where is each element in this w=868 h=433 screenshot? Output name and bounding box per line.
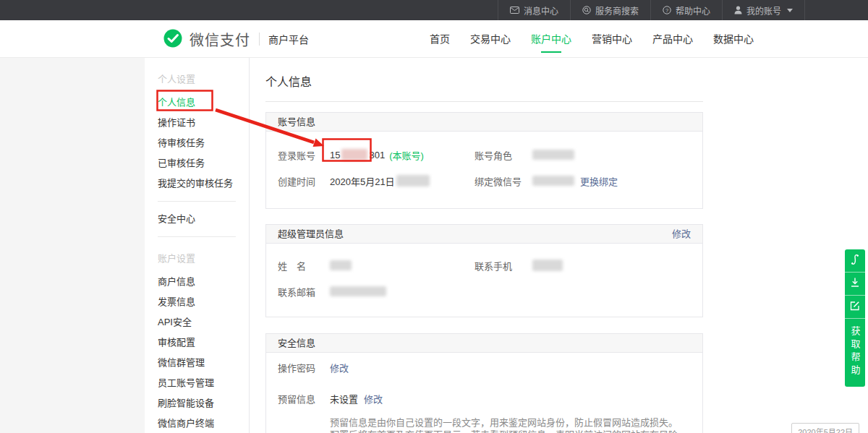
topbar: 消息中心 服务商搜索 ? 帮助中心 我的账号 [0,0,868,20]
download-button[interactable] [845,273,865,296]
sidebar-section-account-settings: 账户设置 [158,249,249,269]
user-icon [734,6,742,14]
account-role-label: 账号角色 [475,148,532,162]
sidebar-section-personal-settings: 个人设置 [158,69,249,90]
sidebar-item-merchant-terminal[interactable]: 微信商户终端 [158,413,249,433]
search-icon [582,6,591,14]
login-account-label: 登录账号 [278,148,330,162]
sidebar-item-reviewed-tasks[interactable]: 已审核任务 [158,153,249,173]
sidebar-item-staff-account-mgmt[interactable]: 员工账号管理 [158,373,249,393]
super-admin-panel: 超级管理员信息 修改 姓 名 联系手机 [265,224,703,317]
brand-name: 微信支付 [190,29,250,50]
created-time-value: 2020年5月21日 [330,174,430,188]
svg-text:?: ? [665,7,668,14]
feedback-button[interactable] [845,296,865,319]
topbar-menu: 消息中心 服务商搜索 ? 帮助中心 我的账号 [498,0,805,20]
topbar-item-label: 帮助中心 [676,4,710,17]
header: 微信支付 商户平台 首页 交易中心 账户中心 营销中心 产品中心 数据中心 [0,20,868,58]
brand: 微信支付 商户平台 [162,20,309,58]
help-icon: ? [663,6,671,14]
redacted-bound-wechat [532,176,574,186]
nav-account-center[interactable]: 账户中心 [521,20,582,58]
edit-password-link[interactable]: 修改 [330,361,349,374]
panel-title: 超级管理员信息 [278,225,344,243]
topbar-item-label: 服务商搜索 [595,4,639,17]
login-account-value: 15 301 (本账号) [330,148,424,162]
reserved-info-description: 预留信息是由你自己设置的一段文字，用来鉴定网站身份，防止假冒网站造成损失。 配置… [330,416,691,433]
download-icon [850,277,860,291]
nav-data-center[interactable]: 数据中心 [703,20,764,58]
sidebar-item-invoice-info[interactable]: 发票信息 [158,292,249,312]
date-tooltip: 2020年5月22日 [791,423,859,433]
edit-icon [850,301,860,314]
sidebar-item-operation-certificate[interactable]: 操作证书 [158,113,249,133]
brand-divider [259,33,260,46]
sidebar-item-face-devices[interactable]: 刷脸智能设备 [158,393,249,413]
page-title: 个人信息 [265,72,703,102]
nav-transaction-center[interactable]: 交易中心 [460,20,521,58]
page-background: 个人设置 个人信息 操作证书 待审核任务 已审核任务 我提交的审核任务 安全中心… [0,58,868,433]
security-info-panel: 安全信息 操作密码 修改 预留信息 未设置 修改 预留信息 [265,333,703,433]
nav-home[interactable]: 首页 [420,20,460,58]
edit-admin-link[interactable]: 修改 [672,225,691,243]
wechat-pay-logo-icon [162,28,184,50]
link-icon [850,254,860,268]
sidebar-item-my-submitted-tasks[interactable]: 我提交的审核任务 [158,173,249,194]
edit-reserved-info-link[interactable]: 修改 [364,392,383,406]
account-info-panel-header: 账号信息 [266,113,702,132]
sidebar-item-security-center[interactable]: 安全中心 [158,209,249,229]
nav-product-center[interactable]: 产品中心 [642,20,703,58]
topbar-item-label: 消息中心 [524,4,558,17]
account-info-panel: 账号信息 登录账号 15 301 (本账号) [265,112,703,209]
current-account-note: (本账号) [389,148,424,162]
reserved-info-label: 预留信息 [278,392,330,406]
nav-marketing-center[interactable]: 营销中心 [582,20,642,58]
redacted-account-role [532,150,574,160]
super-admin-panel-header: 超级管理员信息 修改 [266,225,702,244]
reserved-info-value: 未设置 [330,392,358,406]
topbar-item-label: 我的账号 [746,4,781,17]
redacted-phone [532,260,563,271]
floating-help-bar: 获取帮助 [845,249,865,387]
redacted-login-middle [341,149,367,160]
sidebar-item-api-security[interactable]: API安全 [158,312,249,333]
panel-title: 账号信息 [278,113,315,131]
topbar-item-sp-search[interactable]: 服务商搜索 [570,0,650,20]
sidebar-divider [158,201,236,202]
bound-wechat-label: 绑定微信号 [475,174,532,188]
redacted-email [330,286,386,296]
sidebar-item-personal-info[interactable]: 个人信息 [158,93,249,113]
contact-phone-label: 联系手机 [475,259,532,273]
panel-title: 安全信息 [278,334,315,352]
main-content: 个人信息 账号信息 登录账号 15 30 [250,58,868,433]
sidebar-item-merchant-info[interactable]: 商户信息 [158,272,249,292]
change-binding-link[interactable]: 更换绑定 [580,174,618,188]
quick-link-button[interactable] [845,249,865,273]
sidebar: 个人设置 个人信息 操作证书 待审核任务 已审核任务 我提交的审核任务 安全中心… [145,58,250,433]
sidebar-divider [158,236,236,237]
security-info-panel-header: 安全信息 [266,334,702,353]
name-label: 姓 名 [278,259,330,273]
sidebar-item-wechat-group-mgmt[interactable]: 微信群管理 [158,353,249,373]
redacted-name [330,260,352,270]
contact-email-label: 联系邮箱 [278,285,330,299]
operation-password-label: 操作密码 [278,361,330,374]
sidebar-item-review-config[interactable]: 审核配置 [158,333,249,353]
get-help-button[interactable]: 获取帮助 [845,319,865,387]
topbar-item-help[interactable]: ? 帮助中心 [650,0,722,20]
sidebar-item-pending-review-tasks[interactable]: 待审核任务 [158,133,249,153]
chevron-down-icon [787,9,793,12]
main-nav: 首页 交易中心 账户中心 营销中心 产品中心 数据中心 [420,20,764,58]
get-help-label: 获取帮助 [848,326,862,378]
platform-label: 商户平台 [268,32,309,46]
created-time-label: 创建时间 [278,174,330,188]
content-container: 个人设置 个人信息 操作证书 待审核任务 已审核任务 我提交的审核任务 安全中心… [145,58,868,433]
redacted-created-time [396,175,430,187]
topbar-item-my-account[interactable]: 我的账号 [722,0,805,20]
mail-icon [510,7,519,14]
topbar-item-messages[interactable]: 消息中心 [498,0,570,20]
